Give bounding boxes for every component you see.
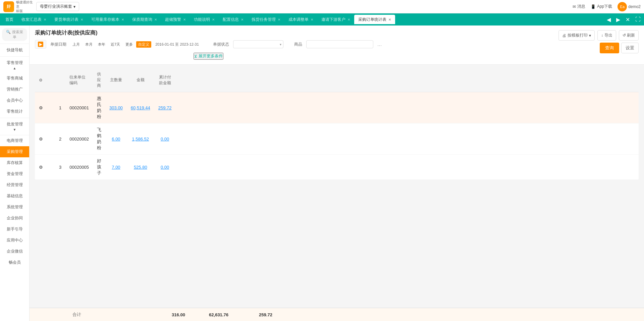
- date-btn-7days[interactable]: 近7天: [109, 41, 122, 48]
- tab-close-yaohuo[interactable]: ✕: [80, 18, 83, 21]
- table-body: ⚙ 1 00020001 惠氏奶粉 303.00 60,519.44 259.7…: [35, 92, 639, 180]
- content-area: 采购订单统计表(按供应商) ▶ 单据日期 上月 本月 本年 近7天 更多: [30, 25, 644, 321]
- th-code: 往来单位编码: [65, 68, 93, 92]
- download-icon: 📱: [591, 4, 596, 9]
- sidebar-item-system[interactable]: 系统管理: [0, 202, 29, 213]
- tab-maximize[interactable]: ⛶: [633, 16, 643, 23]
- tab-close-chaochuPrewarn[interactable]: ✕: [183, 18, 186, 21]
- sidebar-item-ecommerce[interactable]: 电商管理: [0, 135, 29, 146]
- refresh-button[interactable]: ↺ 刷新: [619, 30, 639, 41]
- chevron-down-icon: ▾: [73, 4, 75, 9]
- tab-yaohuo[interactable]: 要货单统计表 ✕: [50, 15, 87, 24]
- date-btn-this-month[interactable]: 本月: [83, 41, 95, 48]
- tab-close-chengbenTiaozheng[interactable]: ✕: [311, 18, 313, 21]
- tab-close-caigouDingdan[interactable]: ✕: [388, 18, 391, 21]
- tab-close-yaoqingXiayou[interactable]: ✕: [347, 18, 350, 21]
- tab-close-gongneng[interactable]: ✕: [212, 18, 215, 21]
- row-seq: 2: [55, 123, 65, 155]
- tab-peizhiInfo[interactable]: 配置信息 ✕: [219, 15, 248, 24]
- row-code: 00020001: [65, 92, 93, 123]
- tab-bar-right: ◀ ▶ ✕ ⛶: [605, 16, 643, 23]
- goods-input[interactable]: [306, 40, 373, 48]
- tab-close-tuohuoRenwu[interactable]: ✕: [278, 18, 280, 21]
- tab-keyong[interactable]: 可用量库存账本 ✕: [87, 15, 128, 24]
- sidebar-item-retail-shop[interactable]: 零售商城: [0, 73, 29, 84]
- app-download-button[interactable]: 📱 App下载: [591, 4, 612, 9]
- sidebar-item-quick-nav[interactable]: 快捷导航: [0, 45, 29, 55]
- workspace-selector[interactable]: 母婴行业演示账套 ▾: [36, 2, 79, 11]
- tab-tuohuoRenwu[interactable]: 拣货任务管理 ✕: [248, 15, 284, 24]
- row-supplier: 飞鹤奶粉: [93, 123, 105, 155]
- tab-close-keyong[interactable]: ✕: [121, 18, 124, 21]
- row-amount[interactable]: 525.80: [127, 155, 154, 180]
- row-gear[interactable]: ⚙: [35, 92, 47, 123]
- filter-toggle-btn[interactable]: ▶: [38, 42, 43, 47]
- tab-chengbenTiaozheng[interactable]: 成本调整单 ✕: [284, 15, 317, 24]
- sidebar-item-retail[interactable]: 零售管理 ▲: [0, 57, 29, 73]
- sidebar-item-newguide[interactable]: 新手引导: [0, 224, 29, 235]
- tab-baozhi[interactable]: 保质期查询 ✕: [128, 15, 161, 24]
- tab-home[interactable]: 首页: [1, 15, 17, 24]
- row-qty[interactable]: 6.00: [105, 123, 127, 155]
- sidebar-item-enterprise[interactable]: 企业协同: [0, 213, 29, 224]
- sidebar-item-vip[interactable]: 畅会员: [0, 257, 29, 268]
- sidebar-search-area[interactable]: 🔍 搜索菜单: [0, 25, 29, 44]
- sidebar-item-retail-stats[interactable]: 零售统计: [0, 106, 29, 117]
- print-button[interactable]: 🖨 按模板打印 ▾: [558, 30, 595, 41]
- user-profile[interactable]: Ea demo2: [618, 2, 641, 11]
- sidebar-search-box[interactable]: 🔍 搜索菜单: [2, 28, 27, 41]
- tab-shoufahuiTotal[interactable]: 收发汇总表 ✕: [17, 15, 50, 24]
- page-title: 采购订单统计表(按供应商): [35, 30, 382, 37]
- tab-yaoqingXiayou[interactable]: 邀请下游客户 ✕: [317, 15, 354, 24]
- status-select[interactable]: [233, 40, 283, 48]
- row-seq: 3: [55, 155, 65, 180]
- date-btn-more[interactable]: 更多: [123, 41, 135, 48]
- sidebar-item-purchase[interactable]: 采购管理: [0, 146, 29, 157]
- date-btn-custom[interactable]: 自定义: [136, 41, 151, 48]
- query-button[interactable]: 查询: [600, 43, 619, 53]
- tab-chaochuPrewarn[interactable]: 超储预警 ✕: [161, 15, 190, 24]
- logo-text: 畅捷通好生意 标版: [16, 0, 33, 13]
- sidebar-item-stock[interactable]: 库存核算: [0, 157, 29, 168]
- export-button[interactable]: ↓ 导出: [597, 30, 616, 41]
- tab-close-all[interactable]: ✕: [624, 16, 632, 23]
- tab-close-shoufahuiTotal[interactable]: ✕: [44, 18, 46, 21]
- sidebar-item-operation[interactable]: 经营管理: [0, 179, 29, 191]
- row-toggle: [47, 123, 55, 155]
- logo-area: 好 畅捷通好生意 标版: [3, 0, 33, 13]
- sidebar-item-marketing[interactable]: 营销推广: [0, 84, 29, 95]
- row-paid[interactable]: 259.72: [154, 92, 176, 123]
- footer-total-qty: 316.00: [158, 312, 199, 317]
- row-amount[interactable]: 60,519.44: [127, 92, 154, 123]
- goods-input-more[interactable]: …: [377, 42, 382, 47]
- row-qty[interactable]: 303.00: [105, 92, 127, 123]
- row-qty[interactable]: 7.00: [105, 155, 127, 180]
- tab-caigouDingdan[interactable]: 采购订单统计表 ✕: [354, 15, 395, 24]
- settings-button[interactable]: 设置: [621, 43, 639, 53]
- tab-close-peizhiInfo[interactable]: ✕: [241, 18, 244, 21]
- th-gear: ⚙: [35, 68, 47, 92]
- row-paid[interactable]: 0.00: [154, 155, 176, 180]
- sidebar-item-wholesale[interactable]: 批发管理 ▼: [0, 119, 29, 134]
- date-btn-last-month[interactable]: 上月: [70, 41, 82, 48]
- sidebar-section-retail: 零售管理 ▲ 零售商城 营销推广 会员中心 零售统计: [0, 57, 29, 118]
- tab-scroll-right[interactable]: ▶: [614, 16, 622, 23]
- sidebar-item-appcenter[interactable]: 应用中心: [0, 235, 29, 246]
- table-area: ⚙ 往来单位编码 供应商 主数量 金额 累计付款金额 ⚙ 1 0002000: [30, 65, 644, 308]
- date-btn-this-year[interactable]: 本年: [96, 41, 107, 48]
- tab-close-baozhi[interactable]: ✕: [154, 18, 157, 21]
- row-amount[interactable]: 1,586.52: [127, 123, 154, 155]
- tab-scroll-left[interactable]: ◀: [605, 16, 613, 23]
- filter-row: ▶ 单据日期 上月 本月 本年 近7天 更多 自定义 2016-01-01: [35, 40, 382, 49]
- row-paid[interactable]: 0.00: [154, 123, 176, 155]
- sidebar-item-member[interactable]: 会员中心: [0, 95, 29, 106]
- sidebar-item-corpwechat[interactable]: 企业微信: [0, 246, 29, 257]
- row-gear[interactable]: ⚙: [35, 155, 47, 180]
- sidebar-item-basic[interactable]: 基础信息: [0, 191, 29, 202]
- tab-gongneng[interactable]: 功能说明 ✕: [190, 15, 219, 24]
- sidebar-item-finance[interactable]: 资金管理: [0, 168, 29, 179]
- table-footer: 合计 316.00 62,631.76 259.72: [30, 308, 644, 321]
- row-gear[interactable]: ⚙: [35, 123, 47, 155]
- message-button[interactable]: ✉ 消息: [573, 4, 585, 9]
- expand-more-btn[interactable]: ⊻ 展开更多条件: [194, 53, 223, 60]
